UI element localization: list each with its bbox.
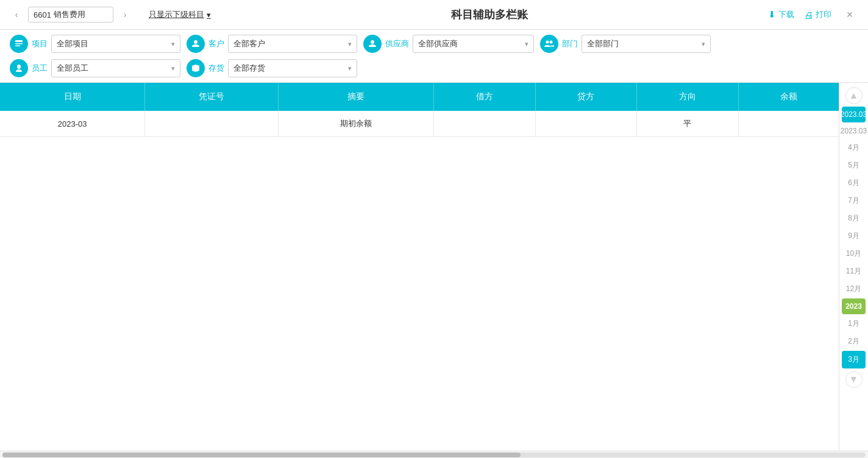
col-credit: 贷方 (535, 83, 637, 111)
horizontal-scrollbar[interactable] (0, 451, 868, 458)
sidebar-item-2023-03[interactable]: 2023.03 (839, 123, 868, 139)
cell-summary: 期初余额 (278, 111, 433, 137)
project-value: 全部项目 (57, 38, 88, 49)
top-bar: ‹ 6601 销售费用 › 只显示下级科目 ▾ 科目辅助多栏账 ⬇ 下载 🖨 打… (0, 0, 868, 30)
page-title: 科目辅助多栏账 (216, 7, 763, 22)
sidebar-item-7[interactable]: 7月 (839, 192, 868, 210)
customer-label: 客户 (208, 38, 224, 49)
svg-rect-0 (15, 40, 23, 42)
customer-value: 全部客户 (233, 38, 265, 49)
sidebar-item-12[interactable]: 12月 (839, 280, 868, 298)
department-icon (540, 35, 558, 53)
download-button[interactable]: ⬇ 下载 (768, 9, 794, 20)
inventory-value: 全部存货 (233, 63, 265, 74)
next-account-btn[interactable]: › (118, 8, 132, 21)
employee-select[interactable]: 全部员工 ▾ (51, 59, 180, 77)
col-summary: 摘要 (278, 83, 433, 111)
col-balance: 余额 (738, 83, 839, 111)
cell-balance (738, 111, 839, 137)
sidebar-item-8[interactable]: 8月 (839, 210, 868, 227)
print-icon: 🖨 (804, 10, 813, 20)
svg-point-3 (371, 40, 374, 44)
filter-group-supplier: 供应商 全部供应商 ▾ (363, 35, 534, 53)
inventory-arrow-icon: ▾ (348, 65, 352, 72)
col-voucher: 凭证号 (145, 83, 278, 111)
project-arrow-icon: ▾ (171, 40, 175, 48)
close-button[interactable]: × (841, 6, 858, 23)
inventory-label: 存货 (208, 63, 224, 74)
sidebar-up-btn[interactable]: ▲ (845, 87, 863, 104)
sidebar-down-btn[interactable]: ▼ (845, 371, 863, 388)
sidebar-item-6[interactable]: 6月 (839, 174, 868, 192)
employee-icon (10, 59, 28, 77)
sidebar-item-10[interactable]: 10月 (839, 245, 868, 262)
col-date: 日期 (0, 83, 145, 111)
department-arrow-icon: ▾ (702, 40, 705, 48)
sidebar-item-9[interactable]: 9月 (839, 227, 868, 245)
employee-value: 全部员工 (57, 63, 88, 74)
department-value: 全部部门 (587, 38, 619, 49)
account-code-box: 6601 销售费用 (28, 7, 113, 23)
supplier-value: 全部供应商 (418, 38, 458, 49)
main-content: 日期 凭证号 摘要 借方 贷方 方向 余额 2023-03 期初余额 (0, 83, 868, 451)
top-actions: ⬇ 下载 🖨 打印 (768, 9, 831, 20)
print-button[interactable]: 🖨 打印 (804, 9, 831, 20)
sidebar-item-2[interactable]: 2月 (839, 333, 868, 350)
filter-group-employee: 员工 全部员工 ▾ (10, 59, 180, 77)
supplier-icon (363, 35, 382, 53)
svg-point-4 (546, 41, 549, 44)
employee-label: 员工 (32, 63, 48, 74)
cell-date: 2023-03 (0, 111, 145, 137)
download-icon: ⬇ (768, 9, 776, 20)
svg-rect-2 (15, 46, 20, 47)
customer-select[interactable]: 全部客户 ▾ (228, 35, 357, 53)
table-row: 2023-03 期初余额 平 (0, 111, 839, 137)
chevron-down-icon: ▾ (207, 10, 211, 19)
scroll-track (2, 453, 866, 457)
project-select[interactable]: 全部项目 ▾ (51, 35, 180, 53)
table-area[interactable]: 日期 凭证号 摘要 借方 贷方 方向 余额 2023-03 期初余额 (0, 83, 839, 451)
show-sub-button[interactable]: 只显示下级科目 ▾ (149, 9, 211, 20)
account-name: 销售费用 (54, 9, 85, 20)
customer-icon (187, 35, 205, 53)
account-code: 6601 (34, 10, 51, 19)
cell-credit (535, 111, 637, 137)
cell-direction: 平 (637, 111, 739, 137)
cell-debit (434, 111, 536, 137)
cell-voucher (145, 111, 278, 137)
department-select[interactable]: 全部部门 ▾ (582, 35, 711, 53)
prev-account-btn[interactable]: ‹ (10, 8, 23, 21)
project-label: 项目 (32, 38, 48, 49)
sidebar-item-year-2023[interactable]: 2023 (842, 298, 866, 314)
sidebar-item-1[interactable]: 1月 (839, 315, 868, 333)
svg-point-5 (550, 41, 553, 44)
supplier-arrow-icon: ▾ (525, 40, 528, 48)
sidebar-item-2023-03-highlight[interactable]: 2023.03 (842, 107, 866, 122)
col-debit: 借方 (434, 83, 536, 111)
sidebar-item-4[interactable]: 4月 (839, 139, 868, 157)
ledger-table: 日期 凭证号 摘要 借方 贷方 方向 余额 2023-03 期初余额 (0, 83, 839, 137)
right-sidebar: ▲ 2023.03 2023.03 4月 5月 6月 7月 8月 (839, 83, 868, 451)
sidebar-item-5[interactable]: 5月 (839, 157, 868, 174)
svg-rect-6 (17, 65, 21, 69)
department-label: 部门 (562, 38, 578, 49)
employee-arrow-icon: ▾ (171, 65, 175, 72)
filter-group-project: 项目 全部项目 ▾ (10, 35, 180, 53)
project-icon (10, 35, 28, 53)
supplier-label: 供应商 (385, 38, 409, 49)
filter-group-inventory: 存货 全部存货 ▾ (187, 59, 357, 77)
sidebar-item-3-active[interactable]: 3月 (842, 351, 866, 368)
filter-group-department: 部门 全部部门 ▾ (540, 35, 711, 53)
table-header-row: 日期 凭证号 摘要 借方 贷方 方向 余额 (0, 83, 839, 111)
main-window: ‹ 6601 销售费用 › 只显示下级科目 ▾ 科目辅助多栏账 ⬇ 下载 🖨 打… (0, 0, 868, 458)
filter-bar: 项目 全部项目 ▾ 客户 全部客户 ▾ 供应商 全部供应商 (0, 30, 868, 83)
supplier-select[interactable]: 全部供应商 ▾ (413, 35, 534, 53)
sidebar-item-11[interactable]: 11月 (839, 262, 868, 280)
inventory-icon (187, 59, 205, 77)
customer-arrow-icon: ▾ (348, 40, 352, 48)
scroll-thumb (2, 453, 521, 457)
col-direction: 方向 (637, 83, 739, 111)
filter-group-customer: 客户 全部客户 ▾ (187, 35, 357, 53)
svg-rect-1 (15, 43, 23, 44)
inventory-select[interactable]: 全部存货 ▾ (228, 59, 357, 77)
